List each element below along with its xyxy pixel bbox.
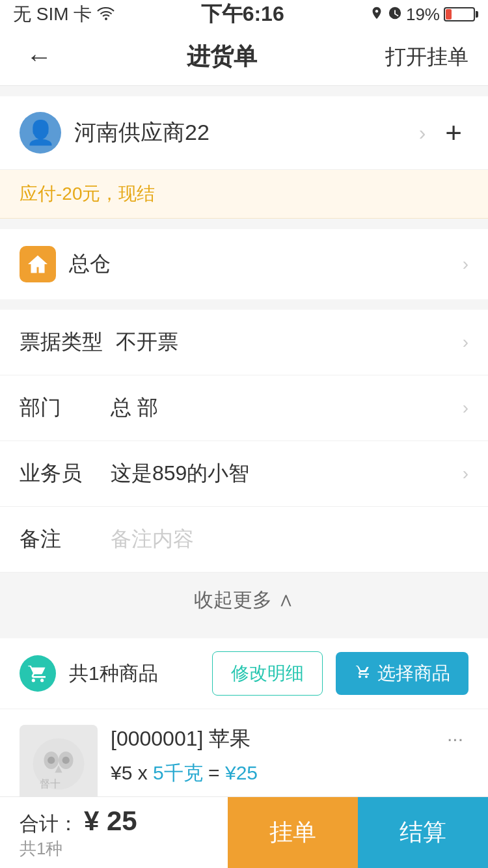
total-label: 合计： bbox=[20, 813, 78, 834]
supplier-avatar: 👤 bbox=[20, 112, 61, 154]
dept-value: 总 部 bbox=[98, 394, 463, 422]
price-total: ¥25 bbox=[225, 762, 258, 783]
invoice-row[interactable]: 票据类型 不开票 › bbox=[0, 310, 488, 375]
invoice-label: 票据类型 bbox=[20, 328, 103, 357]
form-section: 票据类型 不开票 › 部门 总 部 › 业务员 这是859的小智 › 备注 备注… bbox=[0, 310, 488, 573]
supplier-notice: 应付-20元，现结 bbox=[0, 170, 488, 219]
salesman-value: 这是859的小智 bbox=[98, 459, 463, 488]
nav-bar: ← 进货单 打开挂单 bbox=[0, 29, 488, 86]
warehouse-section[interactable]: 总仓 › bbox=[0, 229, 488, 299]
price-times: x bbox=[138, 762, 153, 783]
dept-row[interactable]: 部门 总 部 › bbox=[0, 375, 488, 441]
back-button[interactable]: ← bbox=[20, 36, 59, 78]
note-row[interactable]: 备注 备注内容 bbox=[0, 507, 488, 573]
total-count: 共1种 bbox=[20, 837, 208, 860]
price-equals: = bbox=[208, 762, 225, 783]
select-product-label: 选择商品 bbox=[377, 661, 450, 686]
product-info: [0000001] 苹果 ¥5 x 5千克 = ¥25 bbox=[111, 725, 429, 787]
total-section: 合计： ¥ 25 共1种 bbox=[0, 806, 228, 860]
dept-chevron-icon: › bbox=[463, 398, 468, 418]
products-section: 共1种商品 修改明细 选择商品 督十 [0000001] bbox=[0, 638, 488, 819]
carrier-text: 无 SIM 卡 bbox=[13, 2, 92, 27]
section-gap-1 bbox=[0, 86, 488, 96]
product-id: [0000001] bbox=[111, 727, 209, 750]
dept-label: 部门 bbox=[20, 394, 98, 422]
battery-icon bbox=[444, 7, 475, 21]
section-gap-4 bbox=[0, 628, 488, 638]
add-supplier-button[interactable]: + bbox=[439, 116, 468, 149]
warehouse-chevron-icon: › bbox=[463, 254, 468, 275]
open-hang-button[interactable]: 打开挂单 bbox=[385, 43, 468, 72]
warehouse-name: 总仓 bbox=[69, 250, 111, 278]
section-gap-2 bbox=[0, 219, 488, 229]
avatar-icon: 👤 bbox=[26, 119, 55, 146]
supplier-row[interactable]: 👤 河南供应商22 › + bbox=[0, 96, 488, 170]
status-carrier: 无 SIM 卡 bbox=[13, 2, 115, 27]
product-name: [0000001] 苹果 bbox=[111, 725, 429, 753]
svg-point-4 bbox=[62, 757, 70, 764]
svg-point-3 bbox=[47, 757, 55, 764]
total-row: 合计： ¥ 25 bbox=[20, 806, 208, 837]
warehouse-row[interactable]: 总仓 › bbox=[0, 229, 488, 299]
hang-button[interactable]: 挂单 bbox=[228, 797, 358, 869]
products-count: 共1种商品 bbox=[69, 660, 199, 687]
invoice-chevron-icon: › bbox=[463, 332, 468, 353]
product-menu-button[interactable]: ··· bbox=[442, 725, 468, 752]
supplier-name: 河南供应商22 bbox=[74, 118, 419, 148]
checkout-button[interactable]: 结算 bbox=[358, 797, 488, 869]
salesman-chevron-icon: › bbox=[463, 463, 468, 484]
collapse-button[interactable]: 收起更多 ∧ bbox=[0, 573, 488, 628]
products-icon bbox=[20, 655, 56, 692]
location-icon bbox=[370, 5, 384, 25]
section-gap-3 bbox=[0, 299, 488, 310]
product-price-row: ¥5 x 5千克 = ¥25 bbox=[111, 760, 429, 787]
edit-detail-button[interactable]: 修改明细 bbox=[212, 651, 323, 696]
warehouse-icon bbox=[20, 246, 56, 282]
salesman-label: 业务员 bbox=[20, 459, 98, 488]
alarm-icon bbox=[388, 5, 402, 25]
note-placeholder[interactable]: 备注内容 bbox=[98, 525, 468, 554]
price-quantity: 5千克 bbox=[153, 762, 203, 783]
total-amount: ¥ 25 bbox=[84, 806, 137, 836]
invoice-value: 不开票 bbox=[103, 328, 463, 357]
product-thumbnail: 督十 bbox=[20, 725, 98, 803]
svg-text:督十: 督十 bbox=[40, 778, 61, 789]
status-bar: 无 SIM 卡 下午6:16 19% bbox=[0, 0, 488, 29]
supplier-chevron-icon: › bbox=[419, 121, 426, 145]
salesman-row[interactable]: 业务员 这是859的小智 › bbox=[0, 441, 488, 507]
wifi-icon bbox=[97, 4, 115, 25]
cart-icon bbox=[354, 663, 372, 684]
products-header: 共1种商品 修改明细 选择商品 bbox=[0, 638, 488, 709]
status-indicators: 19% bbox=[370, 5, 475, 25]
select-product-button[interactable]: 选择商品 bbox=[336, 652, 468, 695]
note-label: 备注 bbox=[20, 525, 98, 554]
status-time: 下午6:16 bbox=[201, 0, 284, 29]
supplier-section: 👤 河南供应商22 › + 应付-20元，现结 bbox=[0, 96, 488, 219]
battery-percent: 19% bbox=[406, 5, 440, 25]
bottom-bar: 合计： ¥ 25 共1种 挂单 结算 bbox=[0, 796, 488, 868]
price-unit: ¥5 bbox=[111, 762, 132, 783]
page-title: 进货单 bbox=[187, 41, 257, 73]
